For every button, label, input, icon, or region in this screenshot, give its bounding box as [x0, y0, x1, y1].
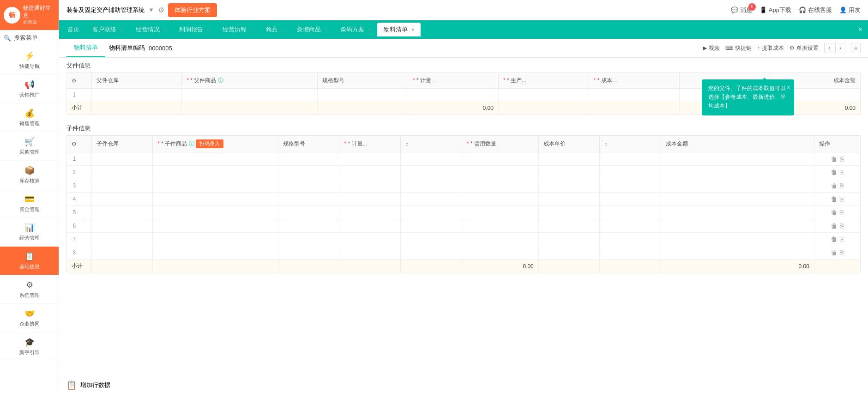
tab-history[interactable]: 经营历程 ×	[216, 23, 259, 36]
copy-icon[interactable]: ⎘	[840, 182, 844, 189]
copy-icon[interactable]: ⎘	[840, 195, 844, 203]
child-row-cost-unit[interactable]	[538, 152, 600, 166]
child-row-warehouse[interactable]	[91, 152, 153, 166]
child-row-need-qty[interactable]	[462, 193, 538, 206]
tab-bom[interactable]: 物料清单 ×	[377, 23, 421, 36]
sidebar-item-inventory[interactable]: 📦 库存核算	[0, 161, 59, 189]
sidebar-item-enterprise[interactable]: 🤝 企业协同	[0, 304, 59, 333]
child-row-need-qty[interactable]	[462, 152, 538, 166]
child-row-need-qty[interactable]	[462, 233, 538, 246]
sidebar-item-purchase[interactable]: 🛒 采购管理	[0, 132, 59, 161]
child-row-qty[interactable]	[339, 206, 401, 219]
child-row-warehouse[interactable]	[91, 166, 153, 179]
copy-icon[interactable]: ⎘	[840, 222, 844, 230]
product-info-icon[interactable]: ⓘ	[218, 77, 223, 84]
child-row-product[interactable]	[153, 166, 278, 179]
video-help[interactable]: ▶ 视频	[703, 44, 720, 52]
tab-product-close[interactable]: ×	[281, 27, 284, 32]
child-row-product[interactable]	[153, 233, 278, 246]
child-row-cost-unit[interactable]	[538, 219, 600, 233]
child-row-product[interactable]	[153, 206, 278, 219]
delete-icon[interactable]: 🗑	[831, 169, 837, 176]
tab-operations-status[interactable]: 经营情况 ×	[129, 23, 173, 36]
sidebar-item-sales[interactable]: 💰 销售管理	[0, 103, 59, 132]
child-row-product[interactable]	[153, 193, 278, 206]
extract-cost[interactable]: ↑ 提取成本	[757, 44, 784, 52]
child-row-qty[interactable]	[339, 179, 401, 193]
delete-icon[interactable]: 🗑	[831, 222, 837, 230]
tooltip-close[interactable]: ×	[787, 82, 790, 92]
child-row-cost-unit[interactable]	[538, 233, 600, 246]
scan-button[interactable]: 扫码录入	[196, 139, 223, 148]
delete-icon[interactable]: 🗑	[831, 236, 837, 243]
copy-icon[interactable]: ⎘	[840, 249, 844, 256]
close-all-tabs[interactable]: ×	[855, 25, 866, 34]
child-row-warehouse[interactable]	[91, 206, 153, 219]
trial-button[interactable]: 体验行业方案	[168, 3, 217, 17]
next-arrow[interactable]: ›	[835, 43, 845, 53]
child-row-need-qty[interactable]	[462, 206, 538, 219]
parent-row-production[interactable]	[498, 89, 589, 101]
child-row-cost-unit[interactable]	[538, 179, 600, 193]
child-product-info-icon[interactable]: ⓘ	[189, 140, 194, 147]
child-row-need-qty[interactable]	[462, 166, 538, 179]
tab-new-product-close[interactable]: ×	[325, 27, 327, 32]
sidebar-item-quick-nav[interactable]: ⚡ 快捷导航	[0, 46, 59, 75]
child-col-setting[interactable]: ⚙	[67, 136, 82, 152]
user-item[interactable]: 👤 用友	[839, 6, 861, 14]
parent-row-qty[interactable]	[408, 89, 499, 101]
app-download-item[interactable]: 📱 App下载	[760, 6, 791, 14]
child-row-need-qty[interactable]	[462, 246, 538, 260]
sidebar-item-marketing[interactable]: 📢 营销推广	[0, 75, 59, 103]
tab-customer[interactable]: 客户联络 ×	[86, 23, 129, 36]
sidebar-item-finance[interactable]: 💳 资金管理	[0, 189, 59, 218]
tab-product[interactable]: 商品 ×	[259, 23, 290, 36]
child-row-warehouse[interactable]	[91, 179, 153, 193]
child-row-warehouse[interactable]	[91, 233, 153, 246]
child-row-need-qty[interactable]	[462, 219, 538, 233]
child-row-product[interactable]	[153, 152, 278, 166]
child-row-cost-unit[interactable]	[538, 166, 600, 179]
parent-row-warehouse[interactable]	[91, 89, 182, 101]
parent-row-spec[interactable]	[318, 89, 408, 101]
child-row-product[interactable]	[153, 219, 278, 233]
delete-icon[interactable]: 🗑	[831, 249, 837, 256]
tab-history-close[interactable]: ×	[250, 27, 253, 32]
child-row-qty[interactable]	[339, 193, 401, 206]
delete-icon[interactable]: 🗑	[831, 209, 837, 216]
child-row-cost-unit[interactable]	[538, 193, 600, 206]
child-row-cost-unit[interactable]	[538, 246, 600, 260]
tab-profit-close[interactable]: ×	[207, 27, 210, 32]
menu-icon[interactable]: ≡	[851, 43, 861, 53]
search-menu[interactable]: 🔍 搜索菜单	[0, 30, 59, 46]
parent-row-product[interactable]	[182, 89, 318, 101]
sub-tab-bom-list[interactable]: 物料清单	[66, 39, 105, 57]
delete-icon[interactable]: 🗑	[831, 155, 837, 163]
parent-col-setting[interactable]: ⚙	[67, 73, 82, 89]
child-row-spec[interactable]	[278, 166, 339, 179]
child-row-qty[interactable]	[339, 152, 401, 166]
copy-icon[interactable]: ⎘	[840, 169, 844, 176]
delete-icon[interactable]: 🗑	[831, 195, 837, 203]
online-service-item[interactable]: 🎧 在线客服	[799, 6, 832, 14]
child-row-spec[interactable]	[278, 152, 339, 166]
copy-icon[interactable]: ⎘	[840, 209, 844, 216]
child-row-qty[interactable]	[339, 233, 401, 246]
parent-row-cost[interactable]	[589, 89, 679, 101]
sidebar-item-operations[interactable]: 📊 经营管理	[0, 218, 59, 247]
child-row-warehouse[interactable]	[91, 219, 153, 233]
shortcut-help[interactable]: ⌨ 快捷键	[725, 44, 752, 52]
copy-icon[interactable]: ⎘	[840, 236, 844, 243]
tab-home[interactable]: 首页	[61, 23, 86, 36]
child-row-spec[interactable]	[278, 193, 339, 206]
child-row-need-qty[interactable]	[462, 179, 538, 193]
sidebar-item-basic-info[interactable]: 📋 基础信息	[0, 247, 59, 275]
child-row-warehouse[interactable]	[91, 193, 153, 206]
child-row-qty[interactable]	[339, 166, 401, 179]
child-row-qty[interactable]	[339, 246, 401, 260]
copy-icon[interactable]: ⎘	[840, 155, 844, 163]
child-row-spec[interactable]	[278, 179, 339, 193]
add-row-label[interactable]: 增加行数据	[80, 381, 110, 389]
topbar-gear-icon[interactable]: ⚙	[158, 6, 164, 14]
child-row-product[interactable]	[153, 246, 278, 260]
